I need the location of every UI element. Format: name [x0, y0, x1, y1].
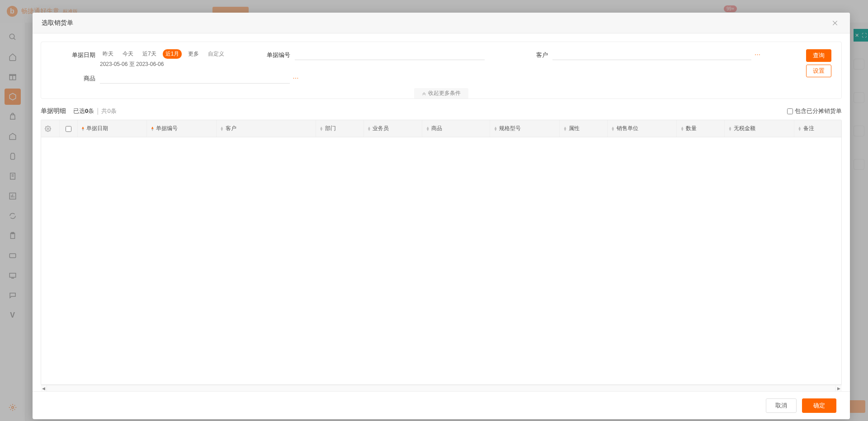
preset-today[interactable]: 今天 — [120, 49, 136, 59]
filter-panel: 单据日期 昨天 今天 近7天 近1月 更多 自定义 2023-05-06 至 — [41, 42, 842, 99]
horizontal-scrollbar[interactable]: ◀ ▶ — [41, 385, 842, 391]
chevron-up-icon — [422, 91, 426, 96]
date-from: 2023-05-06 — [100, 61, 127, 67]
collapse-filters-button[interactable]: 收起更多条件 — [414, 88, 468, 98]
col-salesman[interactable]: ▲▼业务员 — [363, 120, 422, 137]
column-settings-button[interactable] — [41, 120, 59, 137]
preset-more[interactable]: 更多 — [185, 49, 202, 59]
empty-table-body — [41, 137, 841, 372]
divider: | — [97, 107, 99, 115]
selected-count: 已选0条 — [73, 107, 94, 115]
col-attr[interactable]: ▲▼属性 — [559, 120, 607, 137]
col-unit[interactable]: ▲▼销售单位 — [607, 120, 677, 137]
col-dept[interactable]: ▲▼部门 — [316, 120, 363, 137]
filter-date-label: 单据日期 — [59, 49, 100, 59]
svg-point-19 — [47, 128, 49, 130]
filter-customer: 客户 … — [512, 49, 761, 68]
preset-last1month[interactable]: 近1月 — [163, 49, 182, 59]
product-picker-button[interactable]: … — [292, 73, 299, 80]
modal-header: 选取销货单 — [33, 13, 850, 33]
close-button[interactable] — [829, 17, 841, 29]
col-customer[interactable]: ▲▼客户 — [216, 120, 316, 137]
customer-input[interactable] — [552, 49, 751, 60]
modal-title: 选取销货单 — [42, 19, 73, 27]
detail-table: ▲▼单据日期 ▲▼单据编号 ▲▼客户 ▲▼部门 ▲▼业务员 ▲▼商品 ▲▼规格型… — [41, 120, 842, 385]
date-to: 2023-06-06 — [136, 61, 164, 67]
date-sep: 至 — [129, 61, 135, 67]
docno-input[interactable] — [295, 49, 485, 60]
close-icon — [832, 20, 838, 26]
product-input[interactable] — [100, 73, 290, 84]
modal-footer: 取消 确定 — [33, 391, 850, 419]
scroll-right-icon[interactable]: ▶ — [835, 385, 842, 391]
filter-product-label: 商品 — [59, 73, 100, 83]
detail-header: 单据明细 已选0条 | 共0条 包含已分摊销货单 — [41, 107, 842, 115]
customer-picker-button[interactable]: … — [754, 49, 761, 56]
col-amount[interactable]: ▲▼无税金额 — [725, 120, 794, 137]
col-product[interactable]: ▲▼商品 — [422, 120, 490, 137]
query-button[interactable]: 查询 — [806, 49, 831, 62]
date-range-display[interactable]: 2023-05-06 至 2023-06-06 — [100, 61, 227, 68]
preset-custom[interactable]: 自定义 — [205, 49, 227, 59]
col-spec[interactable]: ▲▼规格型号 — [490, 120, 560, 137]
col-remark[interactable]: ▲▼备注 — [794, 120, 841, 137]
filter-customer-label: 客户 — [512, 49, 552, 59]
modal-body: 单据日期 昨天 今天 近7天 近1月 更多 自定义 2023-05-06 至 — [33, 33, 850, 391]
select-sales-order-modal: 选取销货单 单据日期 昨天 今天 近7天 近1月 更多 — [33, 13, 850, 419]
confirm-button[interactable]: 确定 — [802, 398, 836, 413]
collapse-label: 收起更多条件 — [428, 89, 461, 97]
include-split-checkbox[interactable]: 包含已分摊销货单 — [787, 107, 842, 115]
include-split-input[interactable] — [787, 108, 793, 114]
filter-date: 单据日期 昨天 今天 近7天 近1月 更多 自定义 2023-05-06 至 — [59, 49, 227, 68]
filter-docno: 单据编号 — [254, 49, 485, 68]
select-all-header[interactable] — [59, 120, 77, 137]
gear-icon — [45, 126, 51, 132]
total-count: 共0条 — [101, 107, 116, 115]
filter-docno-label: 单据编号 — [254, 49, 295, 59]
detail-title: 单据明细 — [41, 107, 66, 115]
filter-action-buttons: 查询 设置 — [806, 49, 831, 77]
select-all-checkbox[interactable] — [66, 126, 71, 132]
preset-yesterday[interactable]: 昨天 — [100, 49, 116, 59]
preset-last7days[interactable]: 近7天 — [140, 49, 159, 59]
include-split-label: 包含已分摊销货单 — [795, 107, 842, 115]
col-qty[interactable]: ▲▼数量 — [677, 120, 725, 137]
col-docno[interactable]: ▲▼单据编号 — [147, 120, 217, 137]
filter-product: 商品 … — [59, 73, 299, 84]
col-date[interactable]: ▲▼单据日期 — [77, 120, 147, 137]
scroll-left-icon[interactable]: ◀ — [41, 385, 47, 391]
cancel-button[interactable]: 取消 — [766, 398, 797, 413]
settings-button[interactable]: 设置 — [806, 65, 831, 77]
